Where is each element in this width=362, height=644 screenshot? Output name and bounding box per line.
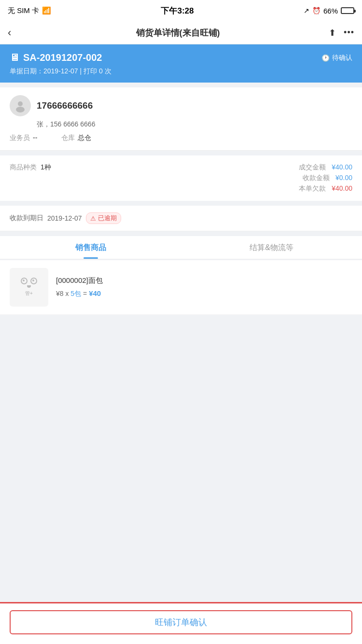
order-id: 🖥 SA-20191207-002 <box>10 52 102 63</box>
summary-left: 商品种类 1种 <box>10 163 51 172</box>
share-button[interactable]: ⬆ <box>329 28 336 38</box>
location-icon: ↗ <box>304 7 309 14</box>
customer-card: 17666666666 张，156 6666 6666 业务员 -- 仓库 总仓 <box>0 87 362 151</box>
order-header: 🖥 SA-20191207-002 🕐 待确认 单据日期：2019-12-07 … <box>0 44 362 83</box>
bottom-action-area: 旺铺订单确认 <box>0 602 362 644</box>
bottom-spacer <box>0 315 362 373</box>
received-amount-row: 收款金额 ¥0.00 <box>303 174 352 182</box>
customer-name: 张，156 6666 6666 <box>10 120 352 129</box>
confirm-button[interactable]: 旺铺订单确认 <box>10 610 352 634</box>
multiply-sign: x <box>65 290 70 297</box>
more-button[interactable]: ••• <box>344 28 354 38</box>
owed-value: ¥40.00 <box>332 184 352 193</box>
due-date-label: 收款到期日 <box>10 214 43 223</box>
warehouse-label: 仓库 <box>61 134 75 142</box>
nav-actions: ⬆ ••• <box>329 28 354 38</box>
status-left: 无 SIM 卡 📶 <box>8 6 51 15</box>
battery-percent: 66% <box>323 7 338 15</box>
owl-eye-left <box>21 278 28 284</box>
battery-icon <box>341 7 354 14</box>
back-button[interactable]: ‹ <box>8 27 27 39</box>
order-id-row: 🖥 SA-20191207-002 🕐 待确认 <box>10 52 352 63</box>
salesperson-value: -- <box>33 134 37 142</box>
tab-settlement-label: 结算&物流等 <box>250 243 293 252</box>
tab-settlement[interactable]: 结算&物流等 <box>181 236 362 259</box>
tabs-container: 销售商品 结算&物流等 <box>0 236 362 259</box>
clock-icon: 🕐 <box>321 54 330 62</box>
alarm-icon: ⏰ <box>312 7 320 14</box>
order-id-text: SA-20191207-002 <box>23 52 102 63</box>
brand-watermark: 管+ <box>25 290 33 297</box>
product-total: ¥40 <box>89 289 101 297</box>
due-date-section: 收款到期日 2019-12-07 ⚠ 已逾期 <box>0 206 362 231</box>
overdue-badge: ⚠ 已逾期 <box>86 212 121 224</box>
received-label: 收款金额 <box>303 174 330 182</box>
tab-products[interactable]: 销售商品 <box>0 236 181 259</box>
page-title: 销货单详情(来自旺铺) <box>136 27 220 39</box>
tab-products-label: 销售商品 <box>75 243 106 252</box>
customer-meta: 业务员 -- 仓库 总仓 <box>10 134 352 142</box>
product-types-label: 商品种类 <box>10 163 37 172</box>
salesperson-label: 业务员 <box>10 134 30 142</box>
order-status: 🕐 待确认 <box>321 54 352 62</box>
equals-sign: = <box>83 290 89 297</box>
owl-beak <box>27 285 31 288</box>
nav-bar: ‹ 销货单详情(来自旺铺) ⬆ ••• <box>0 21 362 44</box>
status-time: 下午3:28 <box>161 5 194 16</box>
transaction-value: ¥40.00 <box>332 163 352 172</box>
carrier-label: 无 SIM 卡 <box>8 6 39 15</box>
svg-point-0 <box>18 101 23 106</box>
summary-right: 成交金额 ¥40.00 收款金额 ¥0.00 本单欠款 ¥40.00 <box>299 163 352 193</box>
order-icon: 🖥 <box>10 52 19 63</box>
svg-point-1 <box>16 107 25 112</box>
product-qty: 5包 <box>70 290 81 297</box>
avatar <box>10 95 31 116</box>
due-date-value: 2019-12-07 <box>47 214 82 222</box>
product-thumbnail: 管+ <box>10 268 48 307</box>
transaction-label: 成交金额 <box>299 163 326 172</box>
product-list: 管+ [0000002]面包 ¥8 x 5包 = ¥40 <box>0 260 362 315</box>
product-price: ¥8 x 5包 = ¥40 <box>56 289 352 298</box>
product-name: [0000002]面包 <box>56 276 352 285</box>
summary-section: 商品种类 1种 成交金额 ¥40.00 收款金额 ¥0.00 本单欠款 ¥40.… <box>0 155 362 201</box>
owed-label: 本单欠款 <box>299 184 326 193</box>
order-status-text: 待确认 <box>332 54 352 62</box>
status-right: ↗ ⏰ 66% <box>304 7 354 15</box>
product-info: [0000002]面包 ¥8 x 5包 = ¥40 <box>56 276 352 298</box>
order-date: 单据日期：2019-12-07 | 打印 0 次 <box>10 67 352 76</box>
wifi-icon: 📶 <box>42 6 51 15</box>
status-bar: 无 SIM 卡 📶 下午3:28 ↗ ⏰ 66% <box>0 0 362 21</box>
owl-eye-right <box>30 278 37 284</box>
warehouse-meta: 仓库 总仓 <box>61 134 91 142</box>
salesperson-meta: 业务员 -- <box>10 134 37 142</box>
owl-eyes <box>21 278 37 284</box>
customer-phone: 17666666666 <box>37 100 93 111</box>
owed-amount-row: 本单欠款 ¥40.00 <box>299 184 352 193</box>
transaction-amount-row: 成交金额 ¥40.00 <box>299 163 352 172</box>
warning-icon: ⚠ <box>90 215 96 222</box>
received-value: ¥0.00 <box>335 174 352 182</box>
warehouse-value: 总仓 <box>78 134 91 142</box>
product-thumb-inner: 管+ <box>21 278 37 297</box>
product-item: 管+ [0000002]面包 ¥8 x 5包 = ¥40 <box>0 260 362 315</box>
customer-top: 17666666666 <box>10 95 352 116</box>
summary-row: 商品种类 1种 成交金额 ¥40.00 收款金额 ¥0.00 本单欠款 ¥40.… <box>10 163 352 193</box>
product-types-count: 1种 <box>41 163 51 172</box>
overdue-text: 已逾期 <box>98 214 117 223</box>
price-value: ¥8 <box>56 290 64 297</box>
